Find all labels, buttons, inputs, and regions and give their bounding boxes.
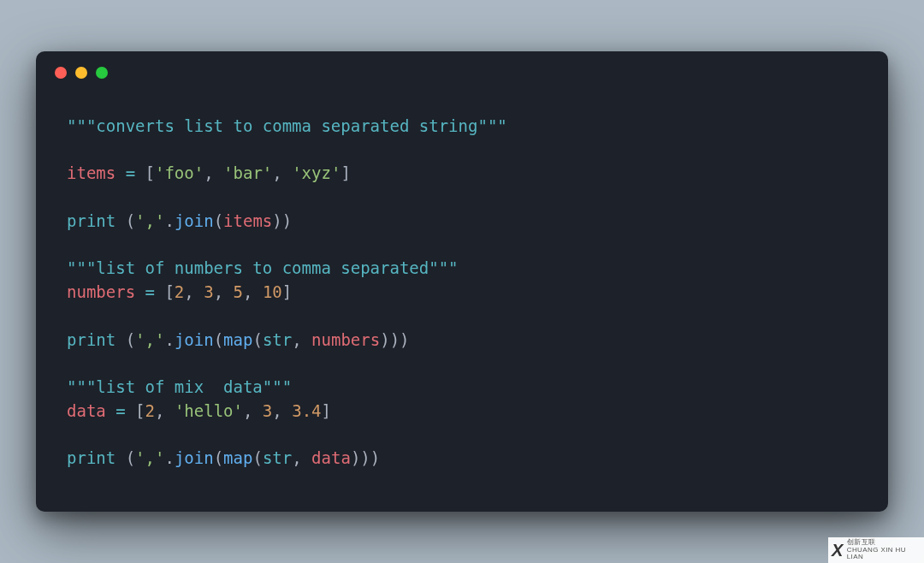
builtin-print: print	[67, 448, 116, 467]
number-literal: 3	[263, 401, 272, 420]
number-literal: 3.4	[292, 401, 321, 420]
identifier: items	[67, 163, 116, 182]
string-literal: 'bar'	[223, 163, 272, 182]
number-literal: 5	[234, 282, 243, 301]
method-join: join	[175, 448, 214, 467]
identifier: numbers	[311, 330, 380, 349]
space	[116, 448, 125, 467]
number-literal: 2	[175, 282, 184, 301]
dot: .	[164, 211, 174, 230]
bracket: ]	[322, 401, 331, 420]
number-literal: 10	[263, 282, 282, 301]
string-literal: 'hello'	[175, 401, 243, 420]
string-literal: ','	[135, 211, 164, 230]
watermark: X 创新互联 CHUANG XIN HU LIAN	[828, 537, 924, 563]
docstring: """list of numbers to comma separated"""	[67, 258, 459, 277]
paren: (	[214, 211, 223, 230]
paren: (	[214, 448, 223, 467]
builtin-print: print	[67, 211, 116, 230]
maximize-icon[interactable]	[96, 67, 108, 79]
identifier: data	[67, 401, 106, 420]
paren: (	[214, 330, 223, 349]
paren: (	[126, 211, 135, 230]
builtin-map: map	[223, 448, 252, 467]
method-join: join	[175, 330, 214, 349]
comma: ,	[214, 282, 234, 301]
comma: ,	[292, 330, 311, 349]
dot: .	[164, 330, 174, 349]
bracket: [	[145, 163, 155, 182]
space	[116, 330, 125, 349]
watermark-label-cn: 创新互联	[847, 538, 876, 546]
method-join: join	[175, 211, 214, 230]
space	[116, 211, 125, 230]
operator: =	[135, 282, 164, 301]
minimize-icon[interactable]	[75, 67, 87, 79]
dot: .	[164, 448, 174, 467]
window-titlebar	[36, 51, 888, 94]
bracket: [	[135, 401, 145, 420]
string-literal: 'foo'	[155, 163, 204, 182]
watermark-logo-icon: X	[832, 541, 844, 560]
identifier: numbers	[67, 282, 135, 301]
paren: )))	[380, 330, 409, 349]
bracket: [	[164, 282, 174, 301]
watermark-text: 创新互联 CHUANG XIN HU LIAN	[847, 539, 924, 561]
comma: ,	[272, 163, 292, 182]
paren: (	[252, 330, 262, 349]
code-editor-window: """converts list to comma separated stri…	[36, 51, 888, 512]
identifier: items	[223, 211, 272, 230]
string-literal: ','	[135, 448, 164, 467]
builtin-print: print	[67, 330, 116, 349]
builtin-str: str	[263, 448, 292, 467]
watermark-label-en: CHUANG XIN HU LIAN	[847, 546, 906, 561]
paren: ))	[272, 211, 292, 230]
comma: ,	[184, 282, 204, 301]
comma: ,	[272, 401, 292, 420]
paren: (	[252, 448, 262, 467]
code-block: """converts list to comma separated stri…	[36, 94, 888, 491]
number-literal: 2	[145, 401, 155, 420]
comma: ,	[155, 401, 175, 420]
operator: =	[106, 401, 135, 420]
operator: =	[116, 163, 145, 182]
paren: )))	[351, 448, 380, 467]
paren: (	[126, 448, 135, 467]
comma: ,	[243, 401, 263, 420]
number-literal: 3	[204, 282, 213, 301]
comma: ,	[292, 448, 311, 467]
bracket: ]	[341, 163, 350, 182]
builtin-str: str	[263, 330, 292, 349]
identifier: data	[311, 448, 351, 467]
close-icon[interactable]	[55, 67, 67, 79]
builtin-map: map	[223, 330, 252, 349]
bracket: ]	[282, 282, 292, 301]
string-literal: ','	[135, 330, 164, 349]
comma: ,	[243, 282, 263, 301]
paren: (	[126, 330, 135, 349]
docstring: """converts list to comma separated stri…	[67, 116, 507, 135]
comma: ,	[204, 163, 223, 182]
docstring: """list of mix data"""	[67, 377, 292, 396]
string-literal: 'xyz'	[292, 163, 341, 182]
